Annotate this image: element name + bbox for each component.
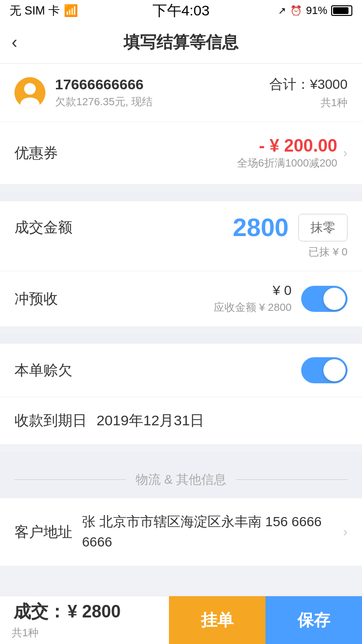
svg-point-1 xyxy=(24,83,36,95)
customer-info: 17666666666 欠款1276.35元, 现结 xyxy=(55,76,153,109)
status-right: ↗ ⏰ 91% xyxy=(278,4,352,17)
precollect-right: ¥ 0 应收金额 ¥ 2800 xyxy=(214,283,348,315)
total-amount: 合计：¥3000 xyxy=(269,75,348,94)
divider-3 xyxy=(0,452,362,462)
customer-section: 17666666666 欠款1276.35元, 现结 合计：¥3000 共1种 … xyxy=(0,64,362,184)
deal-row: 成交金额 2800 抹零 xyxy=(14,213,348,242)
precollect-row: 冲预收 ¥ 0 应收金额 ¥ 2800 xyxy=(0,271,362,326)
round-button[interactable]: 抹零 xyxy=(298,214,348,241)
status-left: 无 SIM 卡 📶 xyxy=(10,3,78,18)
deal-amount-row: 成交金额 2800 抹零 已抹 ¥ 0 xyxy=(0,201,362,271)
coupon-row[interactable]: 优惠券 - ¥ 200.00 全场6折满1000减200 › xyxy=(0,122,362,184)
coupon-desc: 全场6折满1000减200 xyxy=(237,156,337,170)
deal-value: 2800 xyxy=(233,213,289,242)
duedate-row: 收款到期日 2019年12月31日 xyxy=(0,397,362,444)
bottom-deal-label: 成交： xyxy=(14,602,66,621)
alarm-icon: ⏰ xyxy=(290,5,302,16)
deal-right: 2800 抹零 xyxy=(233,213,348,242)
wifi-icon: 📶 xyxy=(64,4,78,17)
credit-toggle-knob xyxy=(323,359,346,381)
divider-2 xyxy=(0,334,362,344)
back-button[interactable]: ‹ xyxy=(12,32,17,53)
location-icon: ↗ xyxy=(278,5,286,16)
credit-row: 本单赊欠 xyxy=(0,344,362,397)
credit-section: 本单赊欠 收款到期日 2019年12月31日 xyxy=(0,344,362,444)
avatar xyxy=(14,77,45,108)
bottom-bar: 成交：¥ 2800 共1种 挂单 保存 xyxy=(0,596,362,644)
status-bar: 无 SIM 卡 📶 下午4:03 ↗ ⏰ 91% xyxy=(0,0,362,21)
precollect-value: ¥ 0 xyxy=(214,283,292,298)
customer-sub-info: 欠款1276.35元, 现结 xyxy=(55,95,153,109)
precollect-toggle[interactable] xyxy=(301,286,348,312)
precollect-label: 冲预收 xyxy=(14,289,58,309)
page-header: ‹ 填写结算等信息 xyxy=(0,21,362,64)
separator-text: 物流 & 其他信息 xyxy=(136,471,226,488)
page-title: 填写结算等信息 xyxy=(124,31,238,54)
bottom-count: 共1种 xyxy=(12,626,157,640)
address-row[interactable]: 客户地址 张 北京市市辖区海淀区永丰南 156 6666 6666 › xyxy=(0,498,362,566)
customer-phone: 17666666666 xyxy=(55,76,153,93)
save-button[interactable]: 保存 xyxy=(265,596,362,644)
battery-text: 91% xyxy=(306,4,327,17)
sep-line-right xyxy=(236,479,348,480)
address-section: 客户地址 张 北京市市辖区海淀区永丰南 156 6666 6666 › xyxy=(0,498,362,566)
total-count: 共1种 xyxy=(269,96,348,110)
coupon-label: 优惠券 xyxy=(14,143,58,163)
credit-toggle[interactable] xyxy=(301,357,348,383)
deal-sub-text: 已抹 ¥ 0 xyxy=(14,245,348,259)
duedate-label: 收款到期日 xyxy=(14,411,87,431)
customer-row: 17666666666 欠款1276.35元, 现结 合计：¥3000 共1种 xyxy=(0,64,362,122)
precollect-sub: 应收金额 ¥ 2800 xyxy=(214,300,292,315)
carrier-text: 无 SIM 卡 xyxy=(10,3,60,18)
credit-label: 本单赊欠 xyxy=(14,361,72,380)
coupon-arrow-icon: › xyxy=(343,145,348,161)
toggle-knob xyxy=(323,288,346,310)
address-value: 张 北京市市辖区海淀区永丰南 156 6666 6666 xyxy=(82,512,343,552)
status-time: 下午4:03 xyxy=(153,1,209,21)
bottom-deal-row: 成交：¥ 2800 xyxy=(12,600,157,624)
deal-amount-label: 成交金额 xyxy=(14,218,72,238)
address-label: 客户地址 xyxy=(14,522,72,542)
separator-label-row: 物流 & 其他信息 xyxy=(0,462,362,498)
duedate-value: 2019年12月31日 xyxy=(97,411,204,431)
battery-indicator xyxy=(331,5,352,16)
precollect-amount: ¥ 0 应收金额 ¥ 2800 xyxy=(214,283,292,315)
address-arrow-icon: › xyxy=(343,524,348,540)
coupon-right: - ¥ 200.00 全场6折满1000减200 › xyxy=(237,136,348,170)
customer-left: 17666666666 欠款1276.35元, 现结 xyxy=(14,76,153,109)
customer-right: 合计：¥3000 共1种 xyxy=(269,75,348,110)
coupon-amount: - ¥ 200.00 xyxy=(237,136,337,156)
sep-line-left xyxy=(14,479,126,480)
divider-1 xyxy=(0,192,362,201)
bottom-info: 成交：¥ 2800 共1种 xyxy=(0,596,169,644)
deal-section: 成交金额 2800 抹零 已抹 ¥ 0 冲预收 ¥ 0 应收金额 ¥ 2800 xyxy=(0,201,362,326)
hold-button[interactable]: 挂单 xyxy=(169,596,265,644)
bottom-deal-value: ¥ 2800 xyxy=(68,602,121,621)
